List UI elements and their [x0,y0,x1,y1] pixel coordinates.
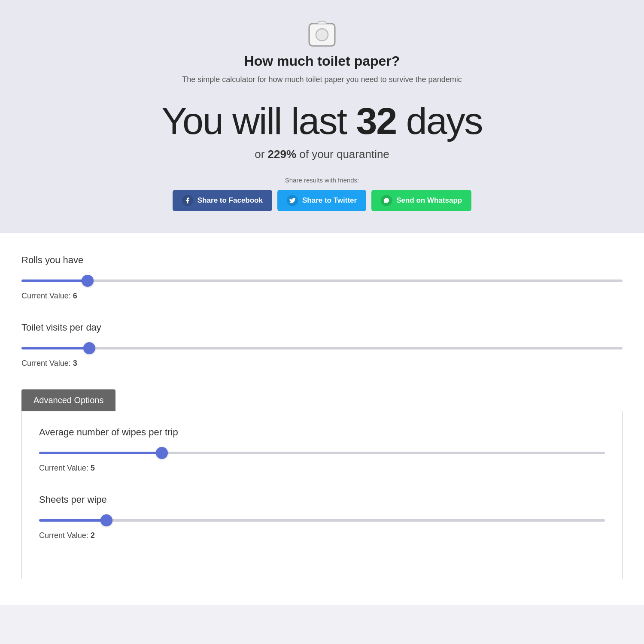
result-days-number: 32 [356,100,396,142]
result-percent-suffix: of your quarantine [296,148,389,161]
rolls-slider-section: Rolls you have Current Value: 6 [21,255,623,301]
wipes-slider[interactable] [39,452,605,454]
wipes-current-value: Current Value: 5 [39,464,605,473]
rolls-current-value: Current Value: 6 [21,292,623,301]
wipes-slider-wrapper [39,447,605,459]
visits-slider-wrapper [21,342,623,355]
rolls-label: Rolls you have [21,255,623,266]
result-days-display: You will last 32 days [9,101,635,141]
main-content: Rolls you have Current Value: 6 Toilet v… [0,233,644,605]
twitter-icon [287,195,298,206]
visits-value-number: 3 [73,359,77,368]
sheets-slider-wrapper [39,514,605,527]
advanced-options-toggle-wrapper: Advanced Options [21,389,623,411]
share-facebook-label: Share to Facebook [197,196,263,205]
visits-slider[interactable] [21,347,623,349]
share-buttons-container: Share to Facebook Share to Twitter Send … [9,190,635,211]
rolls-slider-wrapper [21,274,623,287]
sheets-current-value: Current Value: 2 [39,531,605,540]
sheets-slider[interactable] [39,519,605,522]
share-whatsapp-label: Send on Whatsapp [396,196,462,205]
advanced-options-box: Average number of wipes per trip Current… [21,411,623,579]
sheets-label: Sheets per wipe [39,494,605,505]
wipes-label: Average number of wipes per trip [39,427,605,438]
app-subtitle: The simple calculator for how much toile… [9,75,635,84]
share-twitter-button[interactable]: Share to Twitter [277,190,366,211]
hero-section: How much toilet paper? The simple calcul… [0,0,644,233]
result-percent-prefix: or [255,148,267,161]
wipes-slider-section: Average number of wipes per trip Current… [39,427,605,473]
result-days-suffix: days [396,100,482,142]
rolls-slider[interactable] [21,279,623,282]
visits-label: Toilet visits per day [21,322,623,333]
svg-point-1 [316,29,328,41]
whatsapp-icon [381,195,392,206]
visits-current-value: Current Value: 3 [21,359,623,368]
result-percent-display: or 229% of your quarantine [9,148,635,161]
share-label: Share results with friends: [9,176,635,184]
advanced-options-section: Advanced Options Average number of wipes… [21,389,623,579]
toilet-paper-icon [9,17,635,53]
share-facebook-button[interactable]: Share to Facebook [173,190,272,211]
advanced-options-toggle-button[interactable]: Advanced Options [21,389,115,411]
sheets-slider-section: Sheets per wipe Current Value: 2 [39,494,605,540]
result-percent-value: 229% [268,148,297,161]
share-whatsapp-button[interactable]: Send on Whatsapp [371,190,471,211]
share-twitter-label: Share to Twitter [302,196,357,205]
facebook-icon [182,195,193,206]
app-title: How much toilet paper? [9,53,635,69]
visits-slider-section: Toilet visits per day Current Value: 3 [21,322,623,368]
result-days-prefix: You will last [161,100,356,142]
sheets-value-number: 2 [91,531,95,540]
wipes-value-number: 5 [91,464,95,472]
rolls-value-number: 6 [73,292,77,300]
